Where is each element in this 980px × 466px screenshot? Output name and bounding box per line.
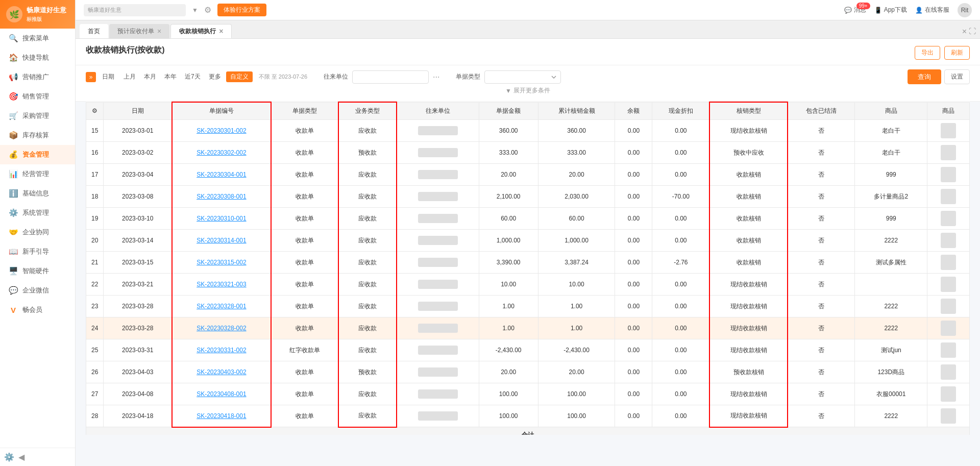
doc-no-link[interactable]: SK-20230304-001: [197, 171, 246, 178]
solution-button[interactable]: 体验行业方案: [217, 4, 266, 16]
cell-cumulative-cancel: 3,387.24: [538, 252, 615, 274]
cell-doc-no: SK-20230310-001: [172, 208, 271, 230]
cell-product: 999: [855, 164, 927, 186]
sidebar-item-operations[interactable]: 📊 经营管理: [0, 164, 75, 184]
close-tab-icon[interactable]: ×: [962, 27, 967, 36]
user-avatar[interactable]: Rit: [958, 3, 972, 17]
settings-button[interactable]: 设置: [944, 69, 970, 84]
doc-type-select[interactable]: [484, 70, 561, 84]
doc-no-link[interactable]: SK-20230301-002: [197, 127, 246, 134]
chevron-down-icon: ▼: [505, 87, 511, 94]
tab-home[interactable]: 首页: [80, 24, 108, 38]
doc-no-link[interactable]: SK-20230310-001: [197, 215, 246, 222]
cell-partner: partner: [397, 405, 479, 427]
th-include-settled: 包含已结清: [788, 102, 855, 120]
expand-tab-icon[interactable]: ⛶: [969, 27, 976, 36]
this-year-btn[interactable]: 本年: [161, 71, 180, 82]
collapse-icon[interactable]: ◀: [18, 452, 24, 462]
sidebar-item-purchase[interactable]: 🛒 采购管理: [0, 106, 75, 126]
tab-pre-receipt[interactable]: 预计应收付单 ×: [109, 24, 169, 38]
cell-biz-type: 应收款: [338, 164, 396, 186]
cell-biz-type: 应收款: [338, 252, 396, 274]
doc-no-link[interactable]: SK-20230315-002: [197, 259, 246, 266]
cell-cash-discount: 0.00: [652, 230, 710, 252]
this-month-btn[interactable]: 本月: [141, 71, 159, 82]
sidebar-item-basic-info[interactable]: ℹ️ 基础信息: [0, 184, 75, 203]
sidebar-item-hardware[interactable]: 🖥️ 智能硬件: [0, 261, 75, 281]
filter-expand-button[interactable]: »: [86, 72, 96, 82]
expand-more-button[interactable]: ▼ 展开更多条件: [505, 86, 550, 95]
sidebar-item-quick-nav[interactable]: 🏠 快捷导航: [0, 48, 75, 67]
doc-no-link[interactable]: SK-20230418-001: [197, 412, 246, 420]
table-row: 18 2023-03-08 SK-20230308-001 收款单 应收款 pa…: [86, 186, 970, 208]
doc-no-link[interactable]: SK-20230321-003: [197, 281, 246, 288]
doc-no-link[interactable]: SK-20230302-002: [197, 149, 246, 156]
sidebar-item-guide[interactable]: 📖 新手引导: [0, 242, 75, 261]
doc-no-link[interactable]: SK-20230328-001: [197, 303, 246, 310]
table-row: 28 2023-04-18 SK-20230418-001 收款单 应收款 pa…: [86, 405, 970, 427]
cell-no: 15: [86, 120, 104, 142]
date-buttons: 上月 本月 本年 近7天 更多 自定义: [120, 71, 253, 82]
online-service-button[interactable]: 👤 在线客服: [915, 6, 949, 14]
th-settings[interactable]: ⚙: [86, 102, 104, 120]
tab-pre-receipt-close-icon[interactable]: ×: [157, 27, 161, 35]
cell-product2: [927, 405, 970, 427]
filter-more-row: ▼ 展开更多条件: [86, 84, 970, 97]
th-cancel-type: 核销类型: [709, 102, 787, 120]
settings-bottom-icon[interactable]: ⚙️: [4, 452, 14, 462]
cell-product2: [927, 230, 970, 252]
custom-date-btn[interactable]: 自定义: [226, 71, 253, 82]
cell-partner: partner: [397, 361, 479, 383]
purchase-icon: 🛒: [8, 111, 18, 120]
sidebar-item-search-menu[interactable]: 🔍 搜索菜单: [0, 29, 75, 48]
messages-button[interactable]: 💬 消息 99+: [844, 6, 866, 14]
cell-cash-discount: -70.00: [652, 186, 710, 208]
last-month-btn[interactable]: 上月: [120, 71, 139, 82]
tab-verify-receipts[interactable]: 收款核销执行 ×: [170, 24, 232, 38]
topbar-gear-icon[interactable]: ⚙: [204, 5, 211, 15]
cell-product2: [927, 361, 970, 383]
url-bar[interactable]: 畅康道好生意: [84, 4, 186, 16]
table-row: 19 2023-03-10 SK-20230310-001 收款单 应收款 pa…: [86, 208, 970, 230]
sidebar-item-label: 新手引导: [22, 247, 49, 256]
url-chevron-icon[interactable]: ▼: [192, 7, 198, 14]
cell-partner: partner: [397, 186, 479, 208]
more-date-btn[interactable]: 更多: [206, 71, 224, 82]
cell-product: 2222: [855, 317, 927, 339]
sidebar-item-inventory[interactable]: 📦 库存核算: [0, 126, 75, 145]
table-area[interactable]: ⚙ 日期 单据编号 单据类型 业务类型 往来单位 单据金额 累计核销金额 余额 …: [76, 102, 980, 435]
doc-no-link[interactable]: SK-20230328-002: [197, 325, 246, 332]
cell-no: 16: [86, 142, 104, 164]
sidebar-item-system[interactable]: ⚙️ 系统管理: [0, 203, 75, 223]
sidebar-bottom: ⚙️ ◀: [0, 448, 75, 466]
sidebar-item-enterprise[interactable]: 🤝 企业协同: [0, 223, 75, 242]
app-download-button[interactable]: 📱 App下载: [874, 6, 907, 14]
cell-doc-amount: 60.00: [479, 208, 538, 230]
partner-dots[interactable]: ···: [433, 72, 439, 82]
sidebar-item-marketing[interactable]: 📢 营销推广: [0, 67, 75, 87]
doc-no-link[interactable]: SK-20230403-002: [197, 369, 246, 376]
doc-no-link[interactable]: SK-20230408-001: [197, 390, 246, 398]
cell-date: 2023-03-21: [104, 274, 172, 296]
partner-input[interactable]: [352, 70, 429, 84]
doc-no-link[interactable]: SK-20230331-002: [197, 347, 246, 354]
query-button[interactable]: 查询: [908, 69, 941, 84]
cell-no: 27: [86, 383, 104, 405]
tab-verify-receipts-close-icon[interactable]: ×: [219, 27, 223, 35]
cell-date: 2023-03-15: [104, 252, 172, 274]
refresh-button[interactable]: 刷新: [944, 46, 970, 60]
sidebar-item-label: 营销推广: [22, 72, 49, 82]
cell-include-settled: 否: [788, 120, 855, 142]
cell-include-settled: 否: [788, 230, 855, 252]
export-button[interactable]: 导出: [915, 46, 940, 60]
cell-doc-no: SK-20230321-003: [172, 274, 271, 296]
cell-partner: partner: [397, 208, 479, 230]
doc-no-link[interactable]: SK-20230314-001: [197, 237, 246, 244]
doc-no-link[interactable]: SK-20230308-001: [197, 193, 246, 200]
sidebar-item-finance[interactable]: 💰 资金管理: [0, 145, 75, 164]
cell-no: 26: [86, 361, 104, 383]
sidebar-item-wechat[interactable]: 💬 企业微信: [0, 281, 75, 300]
sidebar-item-member[interactable]: V 畅会员: [0, 300, 75, 320]
sidebar-item-sales[interactable]: 🎯 销售管理: [0, 87, 75, 106]
last-7-days-btn[interactable]: 近7天: [182, 71, 204, 82]
